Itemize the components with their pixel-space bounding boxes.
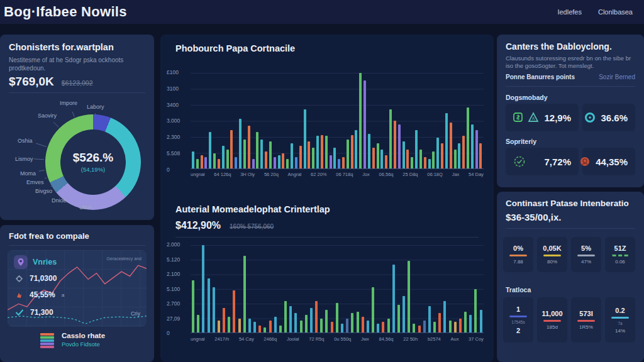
bar bbox=[192, 151, 194, 168]
nav-link-2[interactable]: Clonlbasea bbox=[598, 8, 633, 16]
app-title: Bog·Ifabee Nowils bbox=[0, 4, 127, 20]
bar bbox=[428, 159, 431, 168]
triangle-a-icon: A bbox=[528, 112, 539, 123]
bar bbox=[458, 143, 460, 168]
bar bbox=[428, 306, 431, 332]
compare-legend: Casslo rhate Povdo Fidsote bbox=[40, 332, 105, 348]
auterial-bar-chart bbox=[191, 245, 484, 333]
bar bbox=[279, 326, 282, 332]
tick-label: Aux bbox=[450, 336, 458, 342]
bar bbox=[252, 159, 255, 168]
donut-label: Oshia bbox=[18, 138, 33, 144]
bar bbox=[443, 301, 446, 332]
bar bbox=[359, 73, 362, 168]
donut-label: Emves bbox=[26, 179, 44, 185]
tick-label: 54 Cay bbox=[239, 336, 254, 342]
metric-tile-4: 44,35% bbox=[582, 148, 635, 175]
bar bbox=[449, 321, 452, 332]
section-label-1: Dogsmobady bbox=[506, 94, 548, 101]
bar bbox=[342, 157, 345, 168]
panel-cost-breakdown: Chonisterts for.wartplan Nestitesme of a… bbox=[0, 35, 154, 220]
points-link[interactable]: Sozir Berned bbox=[599, 74, 635, 80]
tick-label: 37 Coy bbox=[469, 336, 484, 342]
bar bbox=[413, 324, 415, 332]
bar bbox=[475, 130, 478, 168]
bar bbox=[204, 157, 207, 168]
bar bbox=[239, 119, 242, 168]
tick-label: 84,56q bbox=[379, 336, 394, 342]
donut-label: Bivgso bbox=[35, 188, 52, 194]
bar bbox=[445, 113, 448, 168]
divider bbox=[175, 237, 479, 238]
tick-label: 06:18Q bbox=[427, 172, 443, 177]
bar bbox=[218, 159, 220, 168]
tick-label: 56 20q bbox=[264, 172, 279, 177]
bar bbox=[310, 308, 313, 332]
bar bbox=[367, 321, 369, 332]
badge-dollar-icon bbox=[513, 112, 524, 123]
bar bbox=[197, 315, 199, 332]
stat-value: 71,0300 bbox=[30, 274, 57, 283]
bar bbox=[315, 301, 318, 332]
bar bbox=[450, 123, 452, 168]
donut-label: Impore bbox=[60, 100, 77, 106]
bar bbox=[248, 126, 250, 168]
bar bbox=[286, 159, 289, 168]
bar bbox=[406, 150, 409, 168]
bar bbox=[320, 319, 323, 332]
metric-value: 44,35% bbox=[596, 156, 628, 167]
panel-subtitle: Nestitesme of at he Sdogr pska ockhoots … bbox=[9, 56, 135, 72]
stat-tile: 11,000185d bbox=[537, 297, 567, 343]
bar bbox=[305, 315, 308, 332]
bar bbox=[480, 310, 482, 332]
bar bbox=[398, 124, 401, 168]
bar bbox=[308, 141, 310, 168]
bar bbox=[300, 321, 303, 332]
legend-color bbox=[40, 333, 54, 336]
card-right-note: Criy bbox=[131, 310, 140, 317]
donut-label: Dnioe bbox=[52, 197, 67, 204]
bar bbox=[222, 146, 225, 168]
chart-title-volume: Phobourch Papa Cortnacile bbox=[175, 43, 295, 53]
bar bbox=[364, 80, 366, 168]
volume-bars bbox=[191, 73, 484, 168]
metric-value: 12,9% bbox=[544, 112, 571, 123]
legend-title: Casslo rhate bbox=[62, 332, 105, 339]
legend-color bbox=[40, 339, 54, 342]
bar bbox=[312, 148, 314, 168]
bar bbox=[382, 322, 384, 332]
bar bbox=[419, 150, 422, 168]
stat-tile: 5%47% bbox=[571, 237, 601, 272]
tick-label: 2466q bbox=[264, 336, 277, 342]
bar bbox=[433, 322, 436, 332]
map-pin-icon bbox=[14, 255, 28, 269]
bar bbox=[213, 153, 216, 168]
bar bbox=[459, 319, 462, 332]
bar bbox=[248, 319, 251, 332]
nav-link-1[interactable]: Iedlefes bbox=[557, 8, 582, 16]
divider bbox=[9, 92, 145, 93]
bar bbox=[325, 310, 328, 332]
panel-deploy-metrics: Canters the Dabloyclong. Clausunds sutor… bbox=[497, 35, 644, 187]
bar bbox=[380, 150, 383, 168]
tick-label: 0u 550q bbox=[334, 336, 351, 342]
bar bbox=[235, 157, 237, 168]
bar bbox=[325, 136, 328, 168]
donut-label: Moma bbox=[20, 170, 36, 177]
bar bbox=[321, 135, 323, 168]
bar bbox=[408, 261, 410, 332]
tick-label: 06,56q bbox=[379, 172, 394, 177]
tick-label: 72 R5q bbox=[309, 336, 324, 342]
bar bbox=[372, 287, 374, 332]
donut-label: Labory bbox=[87, 104, 104, 110]
tick-label: 3.000 bbox=[167, 118, 189, 124]
bar bbox=[387, 319, 390, 332]
bar bbox=[397, 305, 400, 332]
stat-value: 45,55% bbox=[30, 290, 55, 299]
tick-label: Jox bbox=[362, 172, 370, 177]
auterial-bars bbox=[191, 245, 484, 332]
metric-value: 7,72% bbox=[544, 156, 571, 167]
location-stat-card[interactable]: Vnries Geraceatrecy and 71,0300 45,55% a… bbox=[8, 250, 147, 327]
bar bbox=[454, 150, 457, 168]
bar bbox=[424, 157, 426, 168]
